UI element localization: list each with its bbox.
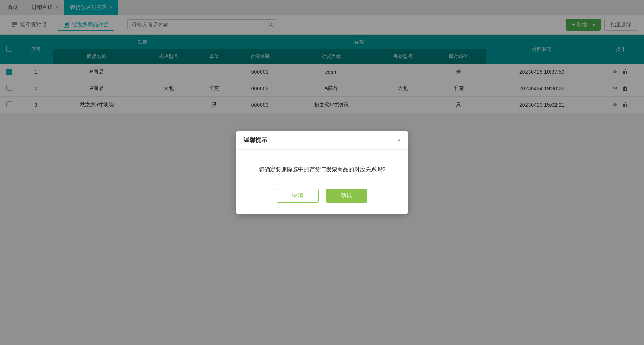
- dialog-overlay: 温馨提示 × 您确定要删除选中的存货与发票商品的对应关系吗? 取消 确认: [0, 0, 644, 113]
